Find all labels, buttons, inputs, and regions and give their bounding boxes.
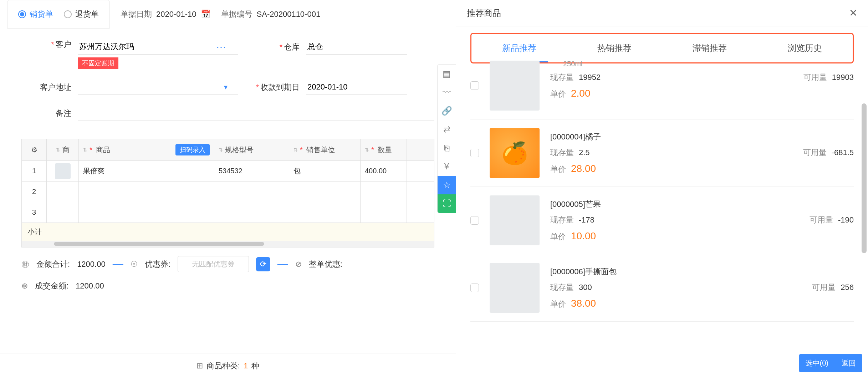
tool-exchange-icon[interactable]: ⇄ <box>438 120 456 139</box>
kinds-suffix: 种 <box>251 361 259 371</box>
recommend-panel: 推荐商品 ✕ 新品推荐 热销推荐 滞销推荐 浏览历史 250ml 现存量1995… <box>456 0 868 378</box>
tool-star-icon[interactable]: ☆ <box>438 176 456 194</box>
coupon-input[interactable]: 无匹配优惠券 <box>178 256 249 272</box>
kinds-icon: ⊞ <box>196 361 203 371</box>
deal-value: 1200.00 <box>76 281 104 291</box>
tool-link-icon[interactable]: 🔗 <box>438 102 456 120</box>
order-disc-label: 整单优惠: <box>309 259 342 270</box>
coupon-label: 优惠券: <box>145 259 170 270</box>
col-product[interactable]: ⇅*商品扫码录入 <box>79 139 214 160</box>
tab-slow[interactable]: 滞销推荐 <box>662 34 757 62</box>
side-toolbar: ▤ 〰 🔗 ⇄ ⎘ ¥ ☆ ⛶ <box>437 64 456 213</box>
avail-value: -190 <box>838 215 854 224</box>
item-checkbox[interactable] <box>470 284 479 292</box>
remark-input[interactable] <box>78 106 434 121</box>
kinds-value: 1 <box>244 361 248 371</box>
radio-circle-icon <box>64 10 72 18</box>
warehouse-label: 仓库 <box>284 42 300 51</box>
form-area: *客户 ⋯ 不固定账期 *仓库 客户地址 <box>0 29 456 139</box>
tool-currency-icon[interactable]: ¥ <box>438 157 456 176</box>
sort-icon: ⇅ <box>219 147 223 153</box>
price-value: 38.00 <box>571 298 596 309</box>
recommend-tabs: 新品推荐 热销推荐 滞销推荐 浏览历史 <box>470 33 854 63</box>
yen-icon: ㊖ <box>21 259 29 270</box>
cell-spec[interactable]: 534532 <box>214 161 289 181</box>
table-row[interactable]: 1 果倍爽 534532 包 400.00 <box>22 161 434 182</box>
calendar-icon[interactable]: 📅 <box>201 10 210 19</box>
amount-value: 1200.00 <box>77 260 106 269</box>
product-thumb <box>55 163 71 179</box>
stock-value: 19952 <box>579 73 601 82</box>
stock-value: 2.5 <box>579 148 590 157</box>
cell-product[interactable]: 果倍爽 <box>79 161 214 181</box>
item-name: [0000006]手撕面包 <box>550 266 854 277</box>
price-value: 10.00 <box>571 230 596 241</box>
list-item[interactable]: [0000006]手撕面包 现存量300 可用量256 单价38.00 <box>470 254 854 322</box>
item-checkbox[interactable] <box>470 149 479 157</box>
kinds-label: 商品种类: <box>206 361 240 371</box>
stock-value: 300 <box>579 283 592 292</box>
customer-input[interactable] <box>78 39 213 54</box>
tool-expand-icon[interactable]: ⛶ <box>438 194 456 213</box>
tab-hot[interactable]: 热销推荐 <box>567 34 662 62</box>
row-no: 3 <box>22 202 47 223</box>
col-spec[interactable]: ⇅规格型号 <box>214 139 289 160</box>
table-row[interactable]: 3 <box>22 202 434 223</box>
col-unit[interactable]: ⇅*销售单位 <box>289 139 361 160</box>
price-value: 2.00 <box>571 88 591 99</box>
doc-date-field: 单据日期 2020-01-10 📅 <box>121 9 210 20</box>
due-label: 收款到期日 <box>260 83 300 92</box>
gear-icon: ⚙ <box>31 145 37 154</box>
recommend-title: 推荐商品 <box>467 7 501 19</box>
radio-sale[interactable]: 销货单 <box>18 9 53 20</box>
address-label: 客户地址 <box>40 83 71 92</box>
price-value: 28.00 <box>571 163 596 174</box>
list-item[interactable]: 现存量19952 可用量19903 单价2.00 <box>470 61 854 119</box>
table-row[interactable]: 2 <box>22 182 434 202</box>
tab-new[interactable]: 新品推荐 <box>471 34 567 62</box>
horizontal-scrollbar[interactable] <box>22 241 434 247</box>
bottom-bar: ⊞ 商品种类: 1 种 <box>0 353 456 378</box>
address-input[interactable] <box>78 80 224 94</box>
list-item[interactable]: 🍊 [0000004]橘子 现存量2.5 可用量-681.5 单价28.00 <box>470 119 854 187</box>
radio-return[interactable]: 退货单 <box>64 9 99 20</box>
tool-list-icon[interactable]: ▤ <box>438 65 456 83</box>
col-settings[interactable]: ⚙ <box>22 139 47 160</box>
selected-count-button[interactable]: 选中(0) <box>799 354 835 372</box>
col-merchant[interactable]: ⇅商 <box>47 139 79 160</box>
minus-icon: — <box>113 258 123 270</box>
customer-more-icon[interactable]: ⋯ <box>213 41 229 53</box>
radio-return-label: 退货单 <box>75 9 99 20</box>
customer-label: 客户 <box>56 40 71 49</box>
vertical-scrollbar[interactable] <box>862 103 867 253</box>
cell-qty[interactable]: 400.00 <box>361 161 407 181</box>
back-button[interactable]: 返回 <box>835 354 862 372</box>
sort-icon: ⇅ <box>293 147 298 153</box>
discount-icon: ⊘ <box>295 260 302 269</box>
scan-input-button[interactable]: 扫码录入 <box>175 144 210 155</box>
product-image <box>490 61 540 111</box>
recommend-footer: 选中(0) 返回 <box>799 354 862 372</box>
due-input[interactable] <box>306 80 407 95</box>
radio-sale-label: 销货单 <box>30 9 53 20</box>
tab-history[interactable]: 浏览历史 <box>757 34 853 62</box>
refresh-button[interactable]: ⟳ <box>256 257 270 271</box>
chevron-down-icon[interactable]: ▾ <box>224 83 228 91</box>
doc-date-value[interactable]: 2020-01-10 <box>156 10 196 19</box>
refresh-icon: ⟳ <box>260 260 266 269</box>
doc-date-label: 单据日期 <box>121 9 152 20</box>
item-checkbox[interactable] <box>470 81 479 90</box>
close-icon[interactable]: ✕ <box>849 7 857 19</box>
minus-icon: — <box>277 258 288 270</box>
cell-unit[interactable]: 包 <box>289 161 361 181</box>
stock-value: -178 <box>579 215 594 224</box>
item-checkbox[interactable] <box>470 216 479 225</box>
col-qty[interactable]: ⇅*数量 <box>361 139 407 160</box>
list-item[interactable]: [0000005]芒果 现存量-178 可用量-190 单价10.00 <box>470 187 854 254</box>
grid-footer: 小计 <box>22 223 434 241</box>
tool-chart-icon[interactable]: 〰 <box>438 83 456 102</box>
warehouse-input[interactable] <box>306 39 407 55</box>
recommend-list[interactable]: 250ml 现存量19952 可用量19903 单价2.00 🍊 [00 <box>456 61 868 378</box>
tool-receipt-icon[interactable]: ⎘ <box>438 139 456 157</box>
item-name: [0000004]橘子 <box>550 132 854 142</box>
